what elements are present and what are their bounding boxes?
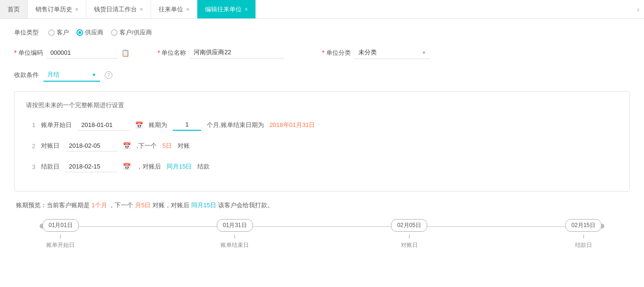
tab-cash-work[interactable]: 钱货日清工作台 × <box>86 0 151 18</box>
timeline-items: 01月01日 账单开始日 01月31日 账单结束日 02月05日 对账日 02月… <box>42 219 602 249</box>
end-date-highlight: 2018年01月31日 <box>270 121 315 129</box>
preview-text: 账期预览：当前客户账期是 1个月 ，下一个 月5日 对账，对账后 同月15日 该… <box>14 201 630 210</box>
timeline-badge-3: 02月05日 <box>391 219 427 232</box>
unit-category-label: 单位分类 <box>322 49 351 57</box>
tab-bar: 首页 销售订单历史 × 钱货日清工作台 × 往来单位 × 编辑往来单位 × › <box>0 0 644 19</box>
unit-name-input[interactable] <box>190 47 284 59</box>
period-label-1: 账单开始日 <box>41 121 72 129</box>
help-icon[interactable]: ? <box>105 71 112 79</box>
unit-code-field: 单位编码 📋 <box>14 47 129 59</box>
unit-code-input[interactable] <box>47 47 118 59</box>
period-num-1: 1 <box>26 121 35 128</box>
period-row-2: 2 对账日 📅 ,下一个 5日 对账 <box>26 140 618 152</box>
period-suffix-pre-3: ，对账后 <box>136 162 161 171</box>
unit-code-copy-icon[interactable]: 📋 <box>121 49 129 57</box>
unit-code-label: 单位编码 <box>14 49 43 57</box>
tab-partner-close[interactable]: × <box>186 7 189 12</box>
radio-supplier-circle <box>76 29 83 36</box>
collect-row: 收款条件 月结 ▼ ? <box>14 68 630 82</box>
preview-part2: 月5日 <box>135 202 151 209</box>
radio-customer-label: 客户 <box>57 28 69 37</box>
tab-more-button[interactable]: › <box>632 0 644 18</box>
unit-category-value: 未分类 <box>358 48 420 57</box>
radio-customer-supplier-label: 客户/供应商 <box>119 28 152 37</box>
preview-part1: 1个月 <box>92 202 107 209</box>
reconcile-date-input[interactable] <box>65 140 117 152</box>
preview-sep1: ，下一个 <box>109 202 133 209</box>
unit-category-select[interactable]: 未分类 ▼ <box>355 46 430 59</box>
tab-cash-work-close[interactable]: × <box>140 7 143 12</box>
timeline-badge-2: 01月31日 <box>217 219 253 232</box>
timeline-node-3: 02月05日 对账日 <box>391 219 427 249</box>
payment-highlight: 同月15日 <box>167 162 192 171</box>
radio-customer-circle <box>48 29 55 36</box>
radio-supplier-label: 供应商 <box>85 28 103 37</box>
tab-edit-partner[interactable]: 编辑往来单位 × <box>197 0 256 18</box>
preview-sep2: 对账，对账后 <box>153 202 189 209</box>
timeline-badge-1: 01月01日 <box>42 219 79 232</box>
period-title: 请按照未来的一个完整帐期进行设置 <box>26 101 618 110</box>
preview-prefix: 账期预览：当前客户账期是 <box>16 202 90 209</box>
tab-edit-partner-label: 编辑往来单位 <box>205 5 242 14</box>
timeline-node-4: 02月15日 结款日 <box>565 219 602 249</box>
period-row-1: 1 账单开始日 📅 账期为 个月,账单结束日期为 2018年01月31日 <box>26 119 618 131</box>
unit-type-radio-group: 客户 供应商 客户/供应商 <box>48 28 152 37</box>
timeline-badge-4: 02月15日 <box>565 219 602 232</box>
collect-select[interactable]: 月结 ▼ <box>43 68 100 82</box>
tab-edit-partner-close[interactable]: × <box>245 7 248 12</box>
main-content: 单位类型 客户 供应商 客户/供应商 单位编码 📋 单位名称 <box>0 19 644 287</box>
timeline-label-3: 对账日 <box>401 241 418 249</box>
payment-date-input[interactable] <box>65 161 117 172</box>
period-suffix-post-1: 个月,账单结束日期为 <box>207 121 264 129</box>
reconcile-highlight: 5日 <box>162 142 172 150</box>
period-label-2: 对账日 <box>41 142 59 150</box>
unit-type-row: 单位类型 客户 供应商 客户/供应商 <box>14 28 630 37</box>
period-label-3: 结款日 <box>41 162 59 171</box>
unit-name-field: 单位名称 <box>158 47 285 59</box>
radio-customer-supplier[interactable]: 客户/供应商 <box>111 28 152 37</box>
unit-category-arrow-icon: ▼ <box>422 50 426 55</box>
period-row-3: 3 结款日 📅 ，对账后 同月15日 结款 <box>26 161 618 172</box>
collect-value: 月结 <box>47 70 92 79</box>
timeline-section: 01月01日 账单开始日 01月31日 账单结束日 02月05日 对账日 02月… <box>14 219 630 268</box>
reconcile-date-cal-icon[interactable]: 📅 <box>123 142 131 150</box>
unit-info-row: 单位编码 📋 单位名称 单位分类 未分类 ▼ <box>14 46 630 59</box>
timeline-vline-1 <box>60 235 61 238</box>
unit-type-label: 单位类型 <box>14 28 39 37</box>
collect-arrow-icon: ▼ <box>92 72 96 77</box>
radio-supplier[interactable]: 供应商 <box>76 28 103 37</box>
unit-category-field: 单位分类 未分类 ▼ <box>322 46 430 59</box>
timeline-vline-4 <box>583 235 584 238</box>
timeline-label-2: 账单结束日 <box>220 241 249 249</box>
tab-sales-history-close[interactable]: × <box>75 7 78 12</box>
period-suffix-post-2: 对账 <box>178 142 190 150</box>
period-suffix-pre-2: ,下一个 <box>136 142 157 150</box>
tab-home[interactable]: 首页 <box>0 0 28 18</box>
tab-home-label: 首页 <box>8 5 20 14</box>
period-suffix-post-3: 结款 <box>197 162 210 171</box>
preview-part3: 同月15日 <box>191 202 216 209</box>
tab-sales-history[interactable]: 销售订单历史 × <box>28 0 86 18</box>
timeline-vline-3 <box>409 235 410 238</box>
timeline-label-4: 结款日 <box>575 241 592 249</box>
timeline-node-1: 01月01日 账单开始日 <box>42 219 79 249</box>
radio-customer[interactable]: 客户 <box>48 28 69 37</box>
tab-cash-work-label: 钱货日清工作台 <box>94 5 137 14</box>
period-value-input[interactable] <box>173 119 201 131</box>
start-date-cal-icon[interactable]: 📅 <box>135 121 143 129</box>
collect-label: 收款条件 <box>14 71 39 79</box>
tab-partner-label: 往来单位 <box>159 5 183 14</box>
timeline-vline-2 <box>234 235 235 238</box>
radio-customer-supplier-circle <box>111 29 118 36</box>
payment-date-cal-icon[interactable]: 📅 <box>123 163 131 170</box>
timeline-label-1: 账单开始日 <box>46 241 75 249</box>
tab-partner[interactable]: 往来单位 × <box>151 0 197 18</box>
period-num-3: 3 <box>26 163 35 170</box>
preview-suffix: 该客户会给我打款。 <box>218 202 273 209</box>
period-num-2: 2 <box>26 143 35 150</box>
tab-sales-history-label: 销售订单历史 <box>35 5 72 14</box>
period-suffix-pre-1: 账期为 <box>149 121 167 129</box>
timeline-node-2: 01月31日 账单结束日 <box>217 219 253 249</box>
unit-name-label: 单位名称 <box>158 49 186 57</box>
start-date-input[interactable] <box>77 119 129 131</box>
